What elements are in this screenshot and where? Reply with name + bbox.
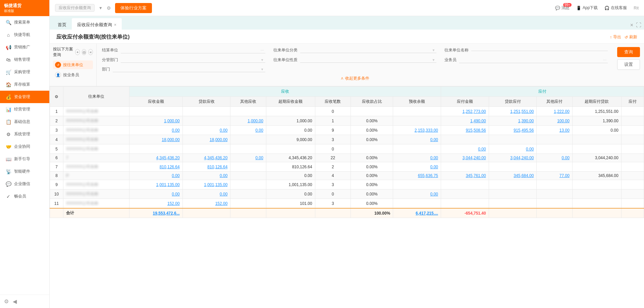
filter-row-1: 结算单位 ··· 往来单位分类 ▼ 往来单位 xyxy=(102,47,608,53)
filter-name-label: 往来单位名称 xyxy=(444,47,469,53)
sidebar-item-finance[interactable]: 💰资金管理 xyxy=(0,91,49,103)
filter-subdept-select[interactable]: ▼ xyxy=(113,67,265,72)
sidebar-item-marketing[interactable]: 📢营销推广 xyxy=(0,41,49,53)
sidebar-item-purchase[interactable]: 🛒采购管理 xyxy=(0,66,49,78)
filter-group-label: 按以下方案查询 xyxy=(53,46,73,58)
query-button[interactable]: 查询 xyxy=(617,47,640,57)
tab-current[interactable]: 应收应付余额查询 × xyxy=(72,18,122,30)
sidebar-label-wechat: 企业微信 xyxy=(14,181,30,187)
app-download-button[interactable]: 📱 App下载 xyxy=(576,5,598,11)
th-pay-overdue: 超期应付贷款 xyxy=(572,97,621,107)
tab-home-label: 首页 xyxy=(58,22,66,28)
cell-no: 6 xyxy=(50,154,63,162)
export-icon: ↑ xyxy=(610,35,612,40)
online-service-button[interactable]: 🎧 在线客服 xyxy=(604,5,627,11)
filter-option-partner[interactable]: ↺ 按往来单位 xyxy=(53,60,93,69)
sidebar-item-sales[interactable]: 🛍销售管理 xyxy=(0,53,49,66)
table-row: 3XXXXXX公司名称0.000.000.000.0090.00%2,153,3… xyxy=(50,126,644,135)
option-partner-label: 按往来单位 xyxy=(63,62,83,68)
tab-current-label: 应收应付余额查询 xyxy=(77,22,112,28)
sidebar-item-guide[interactable]: 📖新手引导 xyxy=(0,153,49,165)
sidebar-item-inventory[interactable]: 🏠库存核算 xyxy=(0,78,49,91)
service-icon: 🎧 xyxy=(604,6,609,10)
cell-partner[interactable]: P xyxy=(63,172,129,180)
cell-partner[interactable]: XXXXXX公司名称 xyxy=(63,144,129,154)
page-title: 应收应付余额查询(按往来单位) xyxy=(56,34,130,41)
th-recv-amt: 应收金额 xyxy=(129,97,182,107)
table-row: 2XXXXXX公司名称1,000.001,000.001,000.0010.00… xyxy=(50,116,644,126)
window-expand-button[interactable]: ⛶ xyxy=(636,22,641,28)
sidebar-label-quick: 快捷导航 xyxy=(14,32,30,38)
collapse-button[interactable]: ∧ 收起更多条件 xyxy=(340,76,369,81)
topbar-gear-icon[interactable]: ⚙ xyxy=(107,5,111,11)
filter-back-btn[interactable]: « xyxy=(88,49,93,55)
settlement-dots-icon[interactable]: ··· xyxy=(261,48,264,52)
user-info[interactable]: Rit xyxy=(634,6,639,10)
filter-config-btn[interactable]: ◎ xyxy=(82,49,87,55)
th-settings[interactable]: ⚙ xyxy=(50,87,63,107)
sidebar-label-marketing: 营销推广 xyxy=(14,44,30,50)
table-row: 9XXXXXX公司名称1,001,135.001,001,135.001,001… xyxy=(50,180,644,189)
table-row: 5XXXXXX公司名称00.000.00 xyxy=(50,144,644,154)
filter-settlement-input[interactable]: ··· xyxy=(121,47,265,53)
salesman-dots-icon[interactable]: ··· xyxy=(603,57,606,62)
cell-partner[interactable]: XXXXXX公司名称 xyxy=(63,180,129,189)
footer-recv-count xyxy=(315,208,351,218)
tab-home[interactable]: 首页 xyxy=(52,18,72,30)
window-close-button[interactable]: × xyxy=(630,22,633,28)
sidebar-icon-system: ⚙ xyxy=(5,132,11,137)
footer-pay-extra xyxy=(621,208,644,218)
sidebar-item-hardware[interactable]: 📡智能硬件 xyxy=(0,165,49,178)
cell-partner[interactable]: 7 xyxy=(63,154,129,162)
collapse-icon[interactable]: ◀ xyxy=(13,298,17,305)
topbar-chevron-icon[interactable]: ▼ xyxy=(99,6,103,10)
sidebar-label-basic: 基础信息 xyxy=(14,119,30,125)
cell-partner[interactable]: XXXXXX公司名称 xyxy=(63,189,129,199)
sidebar-icon-basic: 📋 xyxy=(5,119,11,125)
sidebar-icon-vip: ✓ xyxy=(5,194,11,199)
sidebar-item-system[interactable]: ⚙系统管理 xyxy=(0,128,49,140)
sidebar-item-cooperation[interactable]: 🤝企业协同 xyxy=(0,140,49,153)
table-settings-icon[interactable]: ⚙ xyxy=(55,94,58,99)
cell-partner[interactable]: XXXXXX公司名称 xyxy=(63,126,129,135)
sidebar-item-operation[interactable]: 📊经营管理 xyxy=(0,103,49,116)
sidebar-item-search[interactable]: 🔍搜索菜单 xyxy=(0,16,49,29)
filter-field-salesman: 业务员 ··· xyxy=(444,57,608,63)
cell-partner[interactable]: XXXXXX公司名称 xyxy=(63,162,129,172)
sidebar-label-vip: 畅会员 xyxy=(14,193,26,199)
cell-no: 11 xyxy=(50,199,63,209)
filter-add-btn[interactable]: + xyxy=(75,49,80,55)
filter-category-select[interactable]: ▼ xyxy=(300,48,437,53)
settings-icon[interactable]: ⚙ xyxy=(4,298,9,305)
filter-dept-select[interactable]: ▼ xyxy=(121,57,265,63)
th-pay-amt: 应付金额 xyxy=(441,97,489,107)
cell-partner[interactable]: XXXXXX公司名称 xyxy=(63,116,129,126)
cell-partner[interactable]: XXXXXX公司名称 xyxy=(63,199,129,209)
refresh-button[interactable]: ↺ 刷新 xyxy=(625,34,637,40)
export-button[interactable]: ↑ 导出 xyxy=(610,34,621,40)
footer-recv-total[interactable]: 19,553,472,6... xyxy=(129,208,182,218)
tab-close-icon[interactable]: × xyxy=(114,23,116,27)
messages-button[interactable]: 💬 消息 99+ xyxy=(555,5,570,11)
sidebar-item-basic[interactable]: 📋基础信息 xyxy=(0,116,49,128)
cell-partner[interactable]: XXXXXX公司名称 xyxy=(63,135,129,144)
filter-field-name: 往来单位名称 xyxy=(444,47,608,53)
table-row: 7XXXXXX公司名称810,126.64810,126.64810,126.6… xyxy=(50,162,644,172)
filter-nature-select[interactable]: ▼ xyxy=(300,57,437,63)
settings-button[interactable]: 设置 xyxy=(617,59,640,70)
sidebar-item-vip[interactable]: ✓畅会员 xyxy=(0,190,49,203)
filter-salesman-input[interactable]: ··· xyxy=(459,57,608,63)
sidebar-item-wechat[interactable]: 💬企业微信 xyxy=(0,178,49,190)
solution-button[interactable]: 体验行业方案 xyxy=(115,3,152,13)
message-icon: 💬 xyxy=(555,6,560,10)
cell-partner[interactable]: XXXXXX公司名称 xyxy=(63,107,129,116)
filter-name-input[interactable] xyxy=(471,49,608,51)
sidebar-bottom: ⚙ ◀ xyxy=(0,295,49,308)
th-pay-extra: 应付 xyxy=(621,97,644,107)
export-label: 导出 xyxy=(613,34,621,40)
filter-option-employee[interactable]: 👤 按业务员 xyxy=(53,71,93,79)
sidebar-item-quick[interactable]: ⌂快捷导航 xyxy=(0,29,49,41)
footer-recv-prepay[interactable]: 6,417,215.... xyxy=(393,208,441,218)
filter-category-label: 往来单位分类 xyxy=(273,47,298,53)
th-recv-count: 应收笔数 xyxy=(315,97,351,107)
